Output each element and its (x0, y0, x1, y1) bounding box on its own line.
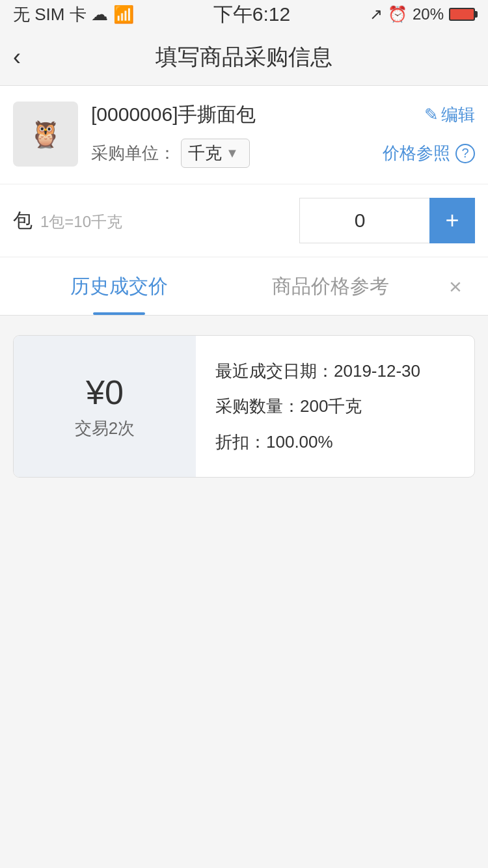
tab-product-price-ref-label: 商品价格参考 (272, 273, 389, 300)
price-card: ¥0 交易2次 最近成交日期：2019-12-30 采购数量：200千克 折扣：… (13, 335, 475, 478)
product-name: [0000006]手撕面包 (91, 102, 256, 128)
tab-product-price-ref[interactable]: 商品价格参考 (224, 258, 436, 315)
status-right: ↗ ⏰ 20% (370, 5, 475, 23)
quantity-input-wrap: + (299, 198, 475, 243)
purchase-quantity-row: 采购数量：200千克 (215, 394, 455, 418)
sim-status: 无 SIM 卡 ☁ (13, 3, 108, 26)
chevron-down-icon: ▼ (226, 146, 239, 161)
status-time: 下午6:12 (213, 1, 290, 28)
tabs-close-button[interactable]: × (436, 274, 475, 299)
unit-selector[interactable]: 千克 ▼ (181, 139, 250, 168)
price-right: 最近成交日期：2019-12-30 采购数量：200千克 折扣：100.00% (196, 336, 474, 477)
quantity-plus-button[interactable]: + (429, 198, 475, 243)
tabs-section: 历史成交价 商品价格参考 × (0, 258, 488, 316)
product-info: [0000006]手撕面包 ✎ 编辑 采购单位： 千克 ▼ 价格参照 ? (91, 102, 475, 168)
price-reference-button[interactable]: 价格参照 ? (383, 142, 475, 165)
page-title: 填写商品采购信息 (156, 42, 332, 72)
quantity-input[interactable] (299, 198, 429, 243)
back-button[interactable]: ‹ (13, 44, 21, 71)
recent-date-value: 2019-12-30 (334, 361, 420, 381)
price-amount: ¥0 (86, 373, 124, 412)
product-image: 🦉 (13, 102, 78, 167)
edit-icon: ✎ (424, 105, 439, 125)
product-row: 🦉 [0000006]手撕面包 ✎ 编辑 采购单位： 千克 ▼ (13, 102, 475, 168)
price-trades: 交易2次 (75, 417, 135, 440)
status-left: 无 SIM 卡 ☁ 📶 (13, 3, 134, 26)
price-ref-label: 价格参照 (383, 142, 450, 165)
product-section: 🦉 [0000006]手撕面包 ✎ 编辑 采购单位： 千克 ▼ (0, 86, 488, 183)
discount-row: 折扣：100.00% (215, 430, 455, 454)
battery-icon (449, 8, 475, 21)
purchase-quantity-label: 采购数量： (215, 396, 300, 416)
status-bar: 无 SIM 卡 ☁ 📶 下午6:12 ↗ ⏰ 20% (0, 0, 488, 29)
discount-value: 100.00% (266, 432, 333, 452)
unit-label: 采购单位： (91, 142, 176, 165)
quantity-hint: 1包=10千克 (40, 211, 122, 232)
discount-label: 折扣： (215, 432, 266, 452)
location-icon: ↗ (370, 5, 383, 23)
wifi-icon: 📶 (113, 5, 134, 25)
tab-history-price-label: 历史成交价 (70, 273, 168, 300)
quantity-section: 包 1包=10千克 + (0, 185, 488, 256)
tabs-row: 历史成交价 商品价格参考 × (0, 258, 488, 315)
edit-label: 编辑 (441, 103, 475, 126)
quantity-label-wrap: 包 1包=10千克 (13, 208, 122, 234)
product-thumbnail: 🦉 (29, 119, 62, 150)
product-header: [0000006]手撕面包 ✎ 编辑 (91, 102, 475, 128)
recent-date-label: 最近成交日期： (215, 361, 334, 381)
info-icon: ? (455, 144, 475, 163)
product-unit-row: 采购单位： 千克 ▼ 价格参照 ? (91, 139, 475, 168)
battery-percent: 20% (413, 5, 444, 23)
quantity-unit: 包 (13, 208, 33, 234)
recent-date-row: 最近成交日期：2019-12-30 (215, 359, 455, 383)
price-card-section: ¥0 交易2次 最近成交日期：2019-12-30 采购数量：200千克 折扣：… (0, 316, 488, 497)
unit-value: 千克 (188, 142, 222, 165)
alarm-icon: ⏰ (388, 5, 407, 23)
nav-bar: ‹ 填写商品采购信息 (0, 29, 488, 86)
tab-history-price[interactable]: 历史成交价 (13, 258, 224, 315)
price-left: ¥0 交易2次 (14, 336, 196, 477)
edit-button[interactable]: ✎ 编辑 (424, 103, 475, 126)
purchase-quantity-value: 200千克 (300, 396, 362, 416)
tab-active-indicator (93, 312, 145, 315)
